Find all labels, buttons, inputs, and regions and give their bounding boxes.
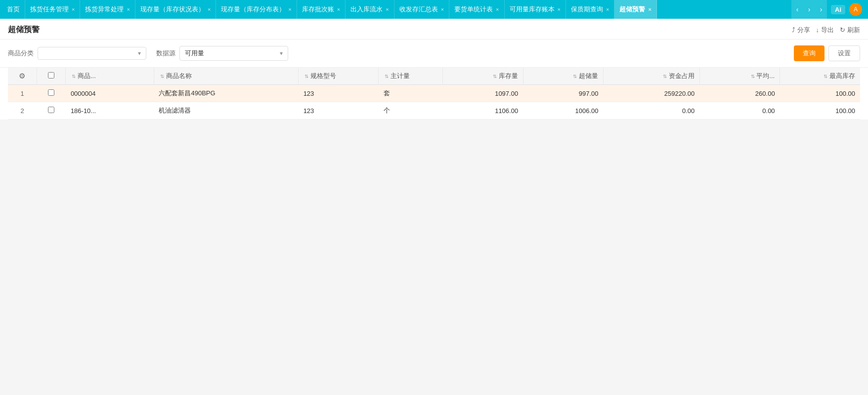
col-header-name: ⇅ 商品名称 (154, 68, 298, 85)
nav-item-可用量库存账本[interactable]: 可用量库存账本× (505, 0, 566, 19)
datasource-select-arrow: ▾ (280, 50, 283, 57)
col-label-stock: 库存量 (499, 72, 518, 79)
nav-item-首页[interactable]: 首页 (2, 0, 25, 19)
col-header-settings: ⚙ (8, 68, 37, 85)
table-container: ⚙ ⇅ 商品... ⇅ 商品名称 ⇅ 规格型号 (0, 68, 868, 119)
col-header-avg: ⇅ 平均... (699, 68, 780, 85)
col-sort-icon-code: ⇅ (72, 74, 76, 79)
row-settings-cell: 1 (8, 85, 37, 102)
category-select[interactable]: ▾ (38, 47, 146, 60)
nav-close-icon[interactable]: × (386, 6, 389, 12)
col-sort-icon-name: ⇅ (160, 74, 164, 79)
nav-close-icon[interactable]: × (606, 6, 609, 12)
table-row: 2 186-10... 机油滤清器 123 个 1106.00 1006.00 … (8, 102, 860, 119)
nav-prev-button[interactable]: ‹ (791, 0, 803, 19)
col-label-unit: 主计量 (391, 72, 410, 79)
datasource-filter: 数据源 可用量 ▾ (156, 46, 288, 61)
nav-more-button[interactable]: › (815, 0, 827, 19)
refresh-button[interactable]: ↻ 刷新 (840, 26, 860, 35)
nav-arrows: ‹ › › (791, 0, 827, 19)
select-all-checkbox[interactable] (48, 72, 54, 79)
row-over: 997.00 (523, 85, 603, 102)
col-header-over: ⇅ 超储量 (523, 68, 603, 85)
share-icon: ⤴ (792, 26, 795, 34)
col-label-capital: 资金占用 (669, 72, 694, 79)
nav-item-库存批次账[interactable]: 库存批次账× (297, 0, 346, 19)
nav-close-icon[interactable]: × (127, 6, 130, 12)
row-unit: 个 (379, 102, 443, 119)
nav-item-超储预警[interactable]: 超储预警× (614, 0, 656, 19)
nav-close-icon[interactable]: × (648, 6, 651, 12)
row-maxstock: 100.00 (780, 102, 860, 119)
row-checkbox-cell (37, 102, 65, 119)
nav-item-要货单统计表[interactable]: 要货单统计表× (449, 0, 504, 19)
col-label-avg: 平均... (756, 72, 775, 79)
col-sort-icon-maxstock: ⇅ (824, 74, 827, 79)
col-sort-icon-over: ⇅ (573, 74, 577, 79)
col-header-stock: ⇅ 库存量 (443, 68, 523, 85)
export-icon: ↓ (816, 26, 820, 34)
nav-close-icon[interactable]: × (441, 6, 444, 12)
nav-item-现存量库存状况表[interactable]: 现存量（库存状况表）× (135, 0, 216, 19)
nav-item-出入库流水[interactable]: 出入库流水× (346, 0, 394, 19)
settings-button[interactable]: 设置 (828, 45, 860, 61)
row-checkbox-cell (37, 85, 65, 102)
col-label-code: 商品... (78, 72, 96, 79)
page-wrapper: 超储预警 ⤴ 分享 ↓ 导出 ↻ 刷新 商品分类 ▾ 数据源 (0, 19, 868, 119)
row-unit: 套 (379, 85, 443, 102)
row-avg: 260.00 (699, 85, 780, 102)
datasource-select[interactable]: 可用量 ▾ (179, 46, 288, 61)
nav-close-icon[interactable]: × (72, 6, 75, 12)
page-title: 超储预警 (8, 25, 40, 35)
table-row: 1 0000004 六配套新昌490BPG 123 套 1097.00 997.… (8, 85, 860, 102)
row-capital: 0.00 (603, 102, 699, 119)
row-name: 六配套新昌490BPG (154, 85, 298, 102)
row-over: 1006.00 (523, 102, 603, 119)
col-sort-icon-spec: ⇅ (304, 74, 308, 79)
row-name: 机油滤清器 (154, 102, 298, 119)
row-spec: 123 (299, 102, 379, 119)
refresh-label: 刷新 (847, 26, 860, 35)
col-label-over: 超储量 (579, 72, 598, 79)
nav-close-icon[interactable]: × (208, 6, 211, 12)
nav-item-现存量库存分布表[interactable]: 现存量（库存分布表）× (216, 0, 297, 19)
col-header-spec: ⇅ 规格型号 (299, 68, 379, 85)
share-label: 分享 (797, 26, 810, 35)
filter-actions: 查询 设置 (794, 45, 860, 61)
col-header-maxstock: ⇅ 最高库存 (780, 68, 860, 85)
nav-item-拣货任务管理[interactable]: 拣货任务管理× (25, 0, 80, 19)
row-code: 0000004 (66, 85, 154, 102)
filter-bar: 商品分类 ▾ 数据源 可用量 ▾ 查询 设置 (0, 40, 868, 68)
table-settings-icon[interactable]: ⚙ (19, 72, 25, 80)
row-settings-cell: 2 (8, 102, 37, 119)
col-sort-icon-capital: ⇅ (663, 74, 667, 79)
row-avg: 0.00 (699, 102, 780, 119)
nav-next-button[interactable]: › (803, 0, 815, 19)
top-navigation: 首页拣货任务管理×拣货异常处理×现存量（库存状况表）×现存量（库存分布表）×库存… (0, 0, 868, 19)
page-header: 超储预警 ⤴ 分享 ↓ 导出 ↻ 刷新 (0, 19, 868, 40)
nav-close-icon[interactable]: × (558, 6, 561, 12)
col-sort-icon-unit: ⇅ (385, 74, 389, 79)
row-capital: 259220.00 (603, 85, 699, 102)
nav-close-icon[interactable]: × (496, 6, 499, 12)
category-filter: 商品分类 ▾ (8, 47, 146, 60)
nav-item-保质期查询[interactable]: 保质期查询× (566, 0, 614, 19)
row-code: 186-10... (66, 102, 154, 119)
table-header-row: ⚙ ⇅ 商品... ⇅ 商品名称 ⇅ 规格型号 (8, 68, 860, 85)
share-button[interactable]: ⤴ 分享 (792, 26, 810, 35)
query-button[interactable]: 查询 (794, 45, 825, 61)
table-body: 1 0000004 六配套新昌490BPG 123 套 1097.00 997.… (8, 85, 860, 119)
row-checkbox[interactable] (48, 107, 54, 113)
col-header-unit: ⇅ 主计量 (379, 68, 443, 85)
row-checkbox[interactable] (48, 89, 54, 96)
nav-close-icon[interactable]: × (288, 6, 291, 12)
col-header-capital: ⇅ 资金占用 (603, 68, 699, 85)
nav-item-拣货异常处理[interactable]: 拣货异常处理× (80, 0, 135, 19)
avatar: A (849, 3, 862, 16)
row-spec: 123 (299, 85, 379, 102)
nav-item-收发存汇总表[interactable]: 收发存汇总表× (394, 0, 449, 19)
nav-close-icon[interactable]: × (337, 6, 340, 12)
export-label: 导出 (821, 26, 834, 35)
export-button[interactable]: ↓ 导出 (816, 26, 834, 35)
main-table: ⚙ ⇅ 商品... ⇅ 商品名称 ⇅ 规格型号 (8, 68, 860, 119)
